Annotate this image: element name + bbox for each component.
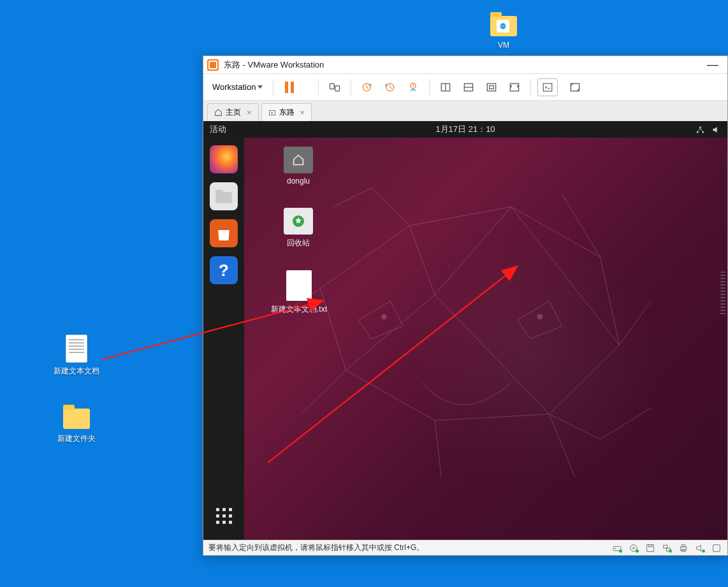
svg-rect-18 (215, 190, 223, 194)
ubuntu-trash[interactable]: 回收站 (270, 208, 327, 249)
folder-icon (61, 400, 92, 431)
network-status-icon[interactable] (661, 542, 673, 554)
statusbar-hint: 要将输入定向到该虚拟机，请将鼠标指针移入其中或按 Ctrl+G。 (208, 542, 424, 553)
clock-plus-icon (361, 81, 374, 94)
ubuntu-desktop[interactable]: donglu 回收站 新建文本文档.txt (244, 138, 727, 540)
floppy-status-icon[interactable] (644, 542, 656, 554)
dock-files[interactable] (210, 182, 238, 210)
vm-running-icon (268, 109, 276, 117)
host-desktop-new-folder[interactable]: 新建文件夹 (51, 400, 102, 444)
trash-icon (284, 208, 313, 235)
dock-show-apps[interactable] (210, 502, 238, 530)
tab-close-button[interactable]: × (247, 108, 252, 117)
tab-home[interactable]: 主页 × (207, 103, 259, 121)
view-unity-button[interactable] (482, 78, 501, 97)
ubuntu-top-bar: 活动 1月17日 21：10 (203, 121, 727, 138)
files-icon (215, 189, 233, 204)
clock-tree-icon (407, 81, 419, 94)
tab-strip: 主页 × 东路 × (203, 101, 727, 121)
power-dropdown[interactable] (303, 78, 312, 97)
tab-vm-donglu[interactable]: 东路 × (261, 103, 312, 121)
sound-status-icon[interactable] (694, 542, 706, 554)
printer-status-icon[interactable] (678, 542, 689, 554)
layout-split-v-icon (439, 81, 452, 94)
home-folder-icon (284, 147, 313, 173)
titlebar[interactable]: 东路 - VMware Workstation — (203, 56, 727, 74)
home-icon (214, 108, 222, 117)
pause-vm-button[interactable] (280, 78, 299, 97)
svg-point-16 (699, 126, 701, 128)
svg-rect-30 (681, 544, 685, 546)
network-icon (695, 125, 705, 134)
snapshot-revert-button[interactable] (381, 78, 400, 97)
svg-point-22 (615, 548, 616, 549)
scroll-indicator (720, 272, 725, 316)
window-title: 东路 - VMware Workstation (224, 59, 324, 71)
ubuntu-text-file[interactable]: 新建文本文档.txt (261, 270, 337, 315)
toolbar: Workstation (203, 74, 727, 101)
dock-software[interactable] (210, 219, 238, 247)
workstation-menu[interactable]: Workstation (208, 80, 266, 94)
tab-close-button[interactable]: × (300, 108, 305, 117)
svg-point-20 (537, 314, 542, 319)
host-desktop-new-text-doc[interactable]: 新建文本文档 (51, 333, 102, 377)
separator (530, 79, 531, 96)
vmware-window: 东路 - VMware Workstation — Workstation (203, 55, 728, 556)
dock-help[interactable]: ? (210, 256, 238, 284)
icon-label: VM (478, 41, 529, 50)
text-file-icon (61, 333, 92, 363)
send-ctrl-alt-del-button[interactable] (325, 78, 344, 97)
snapshot-take-button[interactable] (358, 78, 377, 97)
cd-status-icon[interactable] (628, 542, 639, 554)
fullscreen-button[interactable] (565, 78, 585, 97)
help-glyph: ? (219, 261, 229, 280)
guest-display[interactable]: 活动 1月17日 21：10 ? (203, 121, 727, 540)
fit-guest-icon (485, 81, 498, 94)
view-thumbnail-button[interactable] (459, 78, 478, 97)
message-status-icon[interactable] (711, 542, 722, 554)
stretch-guest-icon (508, 81, 521, 94)
tab-label: 主页 (226, 107, 241, 118)
separator (318, 79, 319, 96)
svg-rect-8 (488, 83, 496, 91)
dock-firefox[interactable] (210, 145, 238, 173)
hdd-status-icon[interactable] (611, 542, 623, 554)
icon-label: 回收站 (270, 238, 327, 249)
svg-point-19 (381, 314, 386, 319)
text-file-icon (286, 270, 312, 301)
fullscreen-icon (569, 81, 581, 94)
icon-label: 新建文件夹 (51, 433, 102, 444)
statusbar-device-icons (611, 542, 722, 554)
icon-label: 新建文本文档.txt (261, 304, 337, 315)
svg-rect-2 (335, 85, 340, 91)
svg-point-24 (633, 547, 635, 549)
fullscreen-dropdown[interactable] (588, 78, 597, 97)
separator (351, 79, 351, 96)
clock[interactable]: 1月17日 21：10 (435, 124, 495, 135)
shopping-bag-icon (214, 224, 233, 243)
wallpaper-wireframe (244, 138, 727, 540)
svg-rect-26 (648, 544, 652, 546)
pause-icon (285, 82, 294, 93)
svg-rect-32 (713, 544, 720, 551)
tab-label: 东路 (279, 107, 295, 118)
svg-rect-9 (490, 85, 494, 89)
view-single-button[interactable] (436, 78, 455, 97)
icon-label: donglu (270, 177, 327, 185)
svg-rect-1 (330, 83, 335, 89)
svg-rect-27 (664, 545, 667, 548)
snapshot-manager-button[interactable] (404, 78, 423, 97)
svg-rect-11 (544, 83, 553, 91)
system-tray[interactable] (695, 125, 721, 134)
minimize-button[interactable]: — (702, 58, 724, 71)
vmware-statusbar: 要将输入定向到该虚拟机，请将鼠标指针移入其中或按 Ctrl+G。 (203, 540, 727, 555)
vmware-app-icon (207, 59, 219, 71)
separator (273, 79, 273, 96)
ubuntu-dock: ? (203, 138, 244, 540)
separator (429, 79, 430, 96)
ubuntu-home-folder[interactable]: donglu (270, 147, 327, 185)
activities-button[interactable]: 活动 (210, 124, 226, 135)
view-quick-switch-button[interactable] (505, 78, 524, 97)
host-desktop-vm-folder[interactable]: VM (478, 8, 529, 50)
console-view-button[interactable] (537, 78, 558, 96)
